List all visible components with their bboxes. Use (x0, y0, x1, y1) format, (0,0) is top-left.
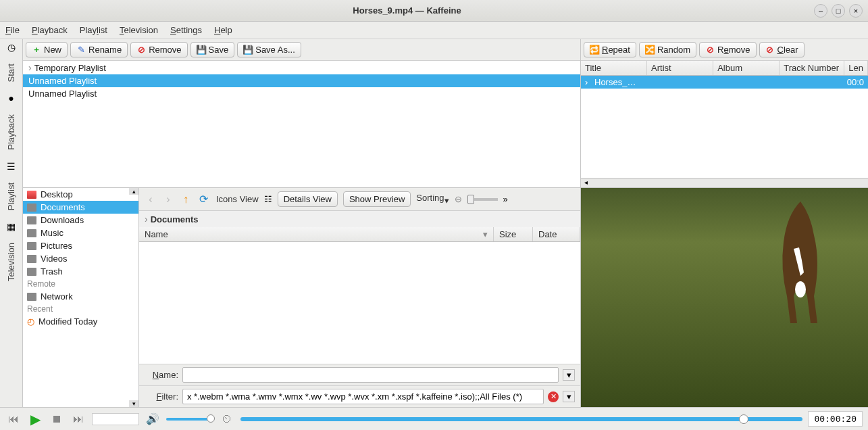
back-button[interactable]: ‹ (143, 192, 158, 207)
scroll-up-icon[interactable]: ▴ (129, 188, 138, 195)
random-button[interactable]: 🔀Random (639, 42, 696, 57)
menu-television[interactable]: Television (120, 25, 158, 35)
random-label: Random (657, 45, 690, 55)
playlist-item[interactable]: Unnamed Playlist (23, 74, 580, 87)
new-button[interactable]: +New (26, 42, 68, 57)
clock-icon: ◴ (27, 316, 34, 327)
col-trackno[interactable]: Track Number (780, 61, 844, 75)
chapter-selector[interactable] (92, 413, 139, 425)
breadcrumb[interactable]: ›Documents (139, 211, 580, 227)
remove-track-button[interactable]: ⊘Remove (699, 42, 756, 57)
place-network[interactable]: Network (23, 290, 138, 303)
place-modified-today[interactable]: ◴Modified Today (23, 315, 138, 328)
vtab-playlist[interactable]: Playlist (3, 174, 19, 218)
place-downloads[interactable]: Downloads (23, 214, 138, 226)
maximize-button[interactable]: □ (832, 4, 845, 18)
volume-icon[interactable]: 🔊 (145, 411, 161, 427)
up-button[interactable]: ↑ (178, 192, 193, 207)
playlist-item[interactable]: Unnamed Playlist (23, 87, 580, 100)
col-size[interactable]: Size (494, 227, 533, 241)
name-dropdown[interactable]: ▾ (563, 369, 575, 381)
filter-input[interactable] (182, 389, 544, 404)
place-videos[interactable]: Videos (23, 252, 138, 265)
seek-slider[interactable] (240, 417, 802, 421)
col-date[interactable]: Date (533, 227, 580, 241)
saveas-button[interactable]: 💾Save As... (237, 42, 301, 57)
remove-button[interactable]: ⊘Remove (130, 42, 187, 57)
track-row[interactable]: › Horses_… 00:0 (581, 76, 868, 89)
forward-button[interactable]: › (161, 192, 176, 207)
minimize-button[interactable]: – (814, 4, 827, 18)
crumb-label: Documents (151, 214, 199, 224)
track-list[interactable]: › Horses_… 00:0 (581, 76, 868, 178)
file-list[interactable] (139, 242, 580, 364)
plus-icon: + (32, 45, 41, 55)
show-preview-button[interactable]: Show Preview (343, 191, 411, 207)
place-trash[interactable]: Trash (23, 265, 138, 278)
reload-button[interactable]: ⟳ (196, 192, 211, 207)
titlebar: Horses_9.mp4 — Kaffeine – □ × (0, 0, 868, 22)
filter-dropdown[interactable]: ▾ (563, 391, 575, 402)
col-album[interactable]: Album (713, 61, 780, 75)
vtab-television[interactable]: Television (3, 235, 19, 289)
folder-icon (27, 242, 36, 250)
folder-icon (27, 255, 36, 263)
play-indicator-icon: › (581, 76, 590, 89)
remove-icon: ⊘ (705, 45, 715, 55)
network-icon (27, 293, 36, 301)
col-name[interactable]: Name ▾ (139, 227, 494, 241)
volume-slider[interactable] (166, 418, 213, 421)
clear-button[interactable]: ⊘Clear (759, 42, 805, 57)
repeat-button[interactable]: 🔁Repeat (584, 42, 636, 57)
track-album (713, 76, 780, 89)
col-artist[interactable]: Artist (647, 61, 713, 75)
track-scrollbar[interactable]: ◂ (581, 178, 868, 187)
playlist-temporary[interactable]: ›Temporary Playlist (23, 61, 580, 74)
save-icon: 💾 (197, 45, 206, 55)
menu-playback[interactable]: Playback (32, 25, 68, 35)
menu-settings[interactable]: Settings (170, 25, 202, 35)
track-title: Horses_… (590, 76, 647, 89)
icons-view-button[interactable]: Icons View (216, 194, 259, 204)
col-title[interactable]: Title (581, 61, 647, 75)
stop-button[interactable]: ⏹ (49, 411, 65, 427)
rename-button[interactable]: ✎Rename (70, 42, 128, 57)
scroll-down-icon[interactable]: ▾ (129, 400, 138, 407)
menubar: File Playback Playlist Television Settin… (0, 22, 868, 39)
menu-file[interactable]: File (5, 25, 20, 35)
place-documents[interactable]: Documents (23, 201, 138, 214)
vtab-playback[interactable]: Playback (3, 106, 19, 158)
place-desktop[interactable]: Desktop (23, 188, 138, 201)
close-button[interactable]: × (849, 4, 863, 18)
vtab-start[interactable]: Start (3, 55, 19, 90)
playlist-label: Unnamed Playlist (28, 89, 97, 99)
place-label: Downloads (41, 215, 84, 225)
remove-icon: ⊘ (136, 45, 146, 55)
menu-playlist[interactable]: Playlist (80, 25, 107, 35)
playlist-label: Temporary Playlist (34, 63, 106, 73)
menu-help[interactable]: Help (214, 25, 232, 35)
pen-icon: ✎ (76, 45, 86, 55)
save-button[interactable]: 💾Save (190, 42, 235, 57)
place-music[interactable]: Music (23, 226, 138, 239)
prev-button[interactable]: ⏮ (5, 411, 22, 427)
place-label: Modified Today (39, 316, 97, 327)
next-button[interactable]: ⏭ (70, 411, 86, 427)
clear-filter-icon[interactable]: ✕ (548, 391, 559, 402)
places-panel: ▴ Desktop Documents Downloads Music Pict… (23, 188, 139, 407)
playlist-list[interactable]: ›Temporary Playlist Unnamed Playlist Unn… (23, 61, 580, 187)
scroll-left-icon[interactable]: ◂ (581, 178, 590, 187)
track-header: Title Artist Album Track Number Len (581, 61, 868, 76)
details-view-button[interactable]: Details View (278, 191, 338, 207)
col-len[interactable]: Len (844, 61, 868, 75)
timer-icon[interactable]: ⏲ (219, 411, 235, 427)
name-input[interactable] (182, 367, 559, 383)
place-pictures[interactable]: Pictures (23, 239, 138, 252)
zoom-out-icon[interactable]: ⊖ (455, 194, 462, 204)
sorting-button[interactable]: Sorting▾ (416, 193, 449, 206)
play-button[interactable]: ▶ (27, 411, 43, 427)
zoom-slider[interactable] (467, 198, 498, 201)
view-mode-icon[interactable]: ☷ (264, 194, 272, 204)
overflow-icon[interactable]: » (503, 194, 508, 204)
folder-icon (27, 204, 36, 212)
